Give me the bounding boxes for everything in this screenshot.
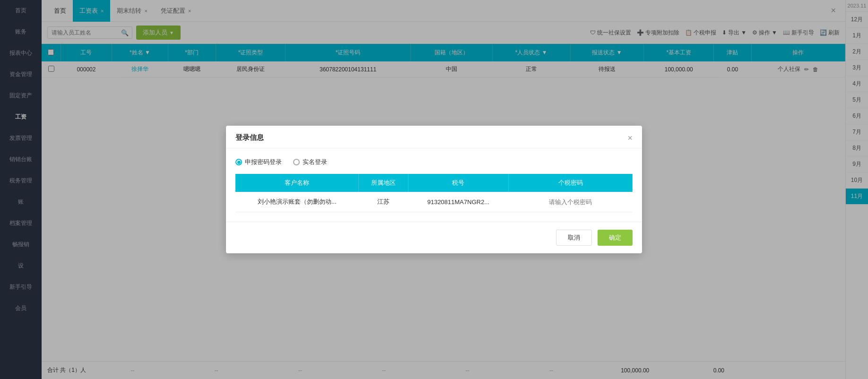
radio-realname-login[interactable]: 实名登录 xyxy=(293,158,327,166)
modal-close-button[interactable]: × xyxy=(627,134,633,142)
modal-table: 客户名称 所属地区 税号 个税密码 刘小艳演示账套（勿删勿动... 江苏 913… xyxy=(235,174,633,212)
modal-password-input[interactable] xyxy=(514,198,627,206)
modal-table-row: 刘小艳演示账套（勿删勿动... 江苏 91320811MA7NGR2... xyxy=(235,192,633,212)
modal-col-tax-id: 税号 xyxy=(408,174,508,192)
radio-realname-dot xyxy=(293,159,300,165)
modal-overlay: 登录信息 × 申报密码登录 实名登录 客户名称 所属地区 xyxy=(0,0,868,379)
radio-group: 申报密码登录 实名登录 xyxy=(235,158,633,166)
modal-body: 申报密码登录 实名登录 客户名称 所属地区 税号 个税密码 xyxy=(226,148,642,222)
modal-cancel-button[interactable]: 取消 xyxy=(556,230,592,246)
login-info-modal: 登录信息 × 申报密码登录 实名登录 客户名称 所属地区 xyxy=(226,126,642,253)
radio-password-dot xyxy=(235,159,242,165)
modal-region: 江苏 xyxy=(358,192,408,212)
modal-title: 登录信息 xyxy=(235,133,264,142)
modal-password-cell xyxy=(509,192,633,212)
modal-confirm-button[interactable]: 确定 xyxy=(598,230,633,246)
modal-col-password: 个税密码 xyxy=(509,174,633,192)
modal-header: 登录信息 × xyxy=(226,126,642,148)
modal-col-client: 客户名称 xyxy=(235,174,358,192)
modal-tax-id: 91320811MA7NGR2... xyxy=(408,192,508,212)
modal-client-name: 刘小艳演示账套（勿删勿动... xyxy=(235,192,358,212)
modal-col-region: 所属地区 xyxy=(358,174,408,192)
radio-password-login[interactable]: 申报密码登录 xyxy=(235,158,282,166)
modal-footer: 取消 确定 xyxy=(226,222,642,253)
